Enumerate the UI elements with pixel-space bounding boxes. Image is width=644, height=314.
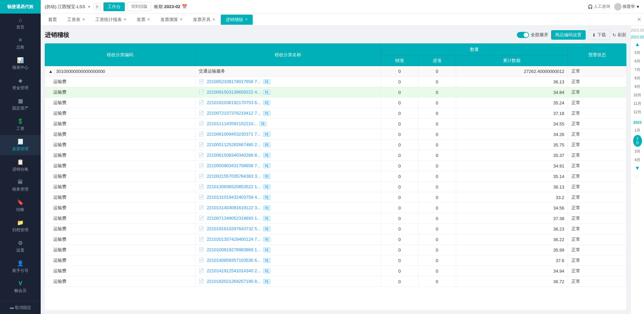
- sidebar-item-salary[interactable]: 💲 工资: [0, 115, 41, 135]
- row-cumulative-7: 35.37: [456, 150, 568, 161]
- sidebar-item-member[interactable]: V 畅会员: [0, 277, 41, 297]
- table-row: 运输费 📄 2210131403081619122 3... 吨 0 0 34.…: [45, 203, 626, 213]
- tab-invoice-calc-close-icon[interactable]: ✕: [180, 17, 183, 22]
- month-4[interactable]: 4月: [631, 156, 644, 164]
- tab-invoice-open[interactable]: 发票开具 ✕: [188, 15, 220, 25]
- sidebar-item-invoice-mgmt[interactable]: 🧾 发票管理: [0, 135, 41, 155]
- month-8[interactable]: 8月: [631, 74, 644, 82]
- row-status-7: 正常: [568, 150, 626, 161]
- user-profile[interactable]: 徐莲华 ▼: [614, 3, 640, 11]
- tab-sales-check-label: 进销稽核: [226, 17, 243, 23]
- topbar-right: 🎧 人工咨询 徐莲华 ▼: [588, 3, 640, 11]
- company-selector[interactable]: (勿动) 江西报宝-LSS ▼: [45, 4, 91, 10]
- toggle-all-control[interactable]: 全部展开: [517, 32, 548, 38]
- tab-invoice-label: 发票: [137, 17, 145, 23]
- row-status-3: 正常: [568, 108, 626, 119]
- tab-invoice-calc[interactable]: 发票测算 ✕: [156, 15, 188, 25]
- download-button[interactable]: ⬇ 下载: [588, 30, 610, 40]
- sidebar-item-reports[interactable]: 📊 报表中心: [0, 54, 41, 74]
- row-name-6: 运输费: [45, 140, 195, 150]
- row-name-7: 运输费: [45, 150, 195, 161]
- sidebar-item-fixed[interactable]: ▦ 固定资产: [0, 94, 41, 115]
- table-row: 运输费 📄 2210130936520853522 1... 吨 0 0 36.…: [45, 182, 626, 192]
- tab-salary-close-icon[interactable]: ✕: [82, 17, 85, 22]
- section-purchase: 0: [418, 66, 456, 77]
- month-11[interactable]: 11月: [631, 100, 644, 107]
- tab-sales-check[interactable]: 进销稽核 ✕: [221, 15, 253, 25]
- row-cumulative-12: 34.56: [456, 203, 568, 213]
- month-7[interactable]: 7月: [631, 66, 644, 74]
- sidebar-item-guide[interactable]: 👤 新手引导: [0, 257, 41, 277]
- year-2023[interactable]: 2023: [631, 119, 644, 126]
- month-5[interactable]: 5月: [631, 49, 644, 57]
- month-12[interactable]: 12月: [631, 108, 644, 116]
- sidebar-item-ledger[interactable]: ≡ 总账: [0, 34, 41, 54]
- tab-salary-report-close-icon[interactable]: ✕: [123, 17, 126, 22]
- sidebar-item-tax[interactable]: 🏛 税务管理: [0, 176, 41, 196]
- period-calendar-icon[interactable]: 📅: [182, 4, 187, 9]
- tab-close-all[interactable]: ✕: [637, 16, 641, 23]
- row-name-4: 运输费: [45, 119, 195, 129]
- row-cumulative-0: 36.13: [456, 77, 568, 87]
- tab-invoice-open-close-icon[interactable]: ✕: [212, 17, 215, 22]
- unit-badge-7: 吨: [263, 153, 270, 158]
- sidebar-item-settlement[interactable]: 🔖 结账: [0, 196, 41, 216]
- tab-invoice-close-icon[interactable]: ✕: [147, 17, 150, 22]
- tab-sales-check-close-icon[interactable]: ✕: [245, 17, 248, 22]
- attachment-icon-11: 📄: [199, 195, 204, 200]
- attachment-icon-2: 📄: [199, 100, 204, 105]
- sidebar-item-label: 税务管理: [12, 187, 28, 192]
- refresh-label: 刷新: [618, 32, 626, 38]
- unit-badge-5: 吨: [263, 132, 270, 137]
- row-status-10: 正常: [568, 182, 626, 192]
- month-9[interactable]: 9月: [631, 83, 644, 91]
- month-2-active[interactable]: 2月: [633, 135, 642, 147]
- customer-service[interactable]: 🎧 人工咨询: [588, 4, 610, 9]
- expand-icon[interactable]: ▲: [48, 69, 53, 74]
- sidebar-item-settings[interactable]: ⚙ 设置: [0, 236, 41, 257]
- row-sales-16: 0: [381, 245, 418, 255]
- product-setting-button[interactable]: 商品编码设置: [551, 30, 586, 40]
- row-cumulative-10: 36.13: [456, 182, 568, 192]
- refresh-button[interactable]: ↻ 刷新: [612, 32, 626, 38]
- row-sales-5: 0: [381, 129, 418, 140]
- sidebar-item-label: 归档管理: [12, 227, 28, 233]
- row-code-0: 📄 2210052338178017656 7... 吨: [195, 77, 381, 87]
- right-panel-year-2: 2023.02: [630, 34, 644, 40]
- row-code-5: 📄 2210081009453230371 7... 吨: [195, 129, 381, 140]
- sidebar-item-home[interactable]: ⌂ 首页: [0, 14, 41, 34]
- month-6[interactable]: 6月: [631, 57, 644, 65]
- unpin-sidebar[interactable]: ◂◂ 取消固定: [0, 301, 41, 314]
- row-cumulative-1: 34.84: [456, 87, 568, 98]
- sidebar-item-label: 首页: [16, 24, 24, 30]
- tab-invoice[interactable]: 发票 ✕: [132, 15, 155, 25]
- sidebar-item-archive[interactable]: 📁 归档管理: [0, 216, 41, 236]
- sidebar-item-label: 工资: [16, 126, 24, 132]
- switch-version-button[interactable]: 切到旧版: [128, 2, 151, 11]
- month-1[interactable]: 1月: [631, 126, 644, 134]
- month-3[interactable]: 3月: [631, 148, 644, 155]
- sidebar-item-funds[interactable]: ◈ 资金管理: [0, 74, 41, 94]
- table-row: 运输费 📄 2210201357429400124 7... 吨 0 0 36.…: [45, 234, 626, 245]
- tab-salary[interactable]: 工资表 ✕: [62, 15, 90, 25]
- row-name-15: 运输费: [45, 234, 195, 245]
- row-purchase-3: 0: [418, 108, 456, 119]
- attachment-icon-0: 📄: [199, 79, 204, 84]
- copy-button[interactable]: ⎘: [94, 3, 101, 10]
- sidebar-item-sales-ledger[interactable]: 📋 进销台账: [0, 155, 41, 176]
- scroll-down-button[interactable]: ▼: [634, 164, 641, 172]
- row-status-19: 正常: [568, 276, 626, 287]
- user-avatar: [614, 3, 622, 11]
- tab-home[interactable]: 首页: [43, 15, 62, 25]
- row-status-11: 正常: [568, 192, 626, 203]
- row-sales-18: 0: [381, 266, 418, 276]
- col-sales: 销项: [381, 56, 418, 66]
- month-10[interactable]: 10月: [631, 91, 644, 99]
- table-row: 运输费 📄 2210182021269257195 8... 吨 0 0 36.…: [45, 276, 626, 287]
- workspace-button[interactable]: 工作台: [103, 2, 125, 11]
- tab-salary-report[interactable]: 工资统计报表 ✕: [91, 15, 131, 25]
- sidebar-item-label: 固定资产: [12, 105, 28, 111]
- toggle-all-switch[interactable]: [517, 32, 529, 38]
- table-row: 运输费 📄 2210051125282667480 2... 吨 0 0 35.…: [45, 140, 626, 150]
- scroll-up-button[interactable]: ▲: [634, 41, 641, 48]
